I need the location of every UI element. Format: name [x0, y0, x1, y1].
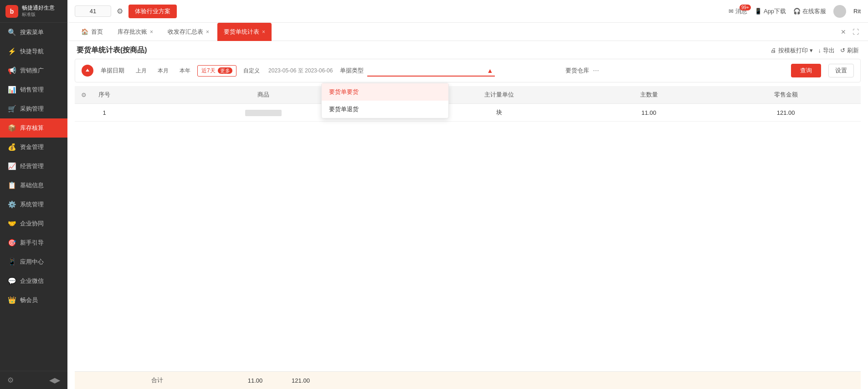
- table-row: 1 块 11.00 121.00: [75, 104, 861, 122]
- logo-icon: b: [5, 5, 18, 18]
- tab-close-inventory-batch[interactable]: ×: [150, 29, 153, 35]
- basics-icon: 📋: [7, 181, 16, 190]
- tab-close-summary[interactable]: ×: [206, 29, 209, 35]
- warehouse-label: 要货仓库: [565, 67, 589, 75]
- sidebar-item-corp-wechat[interactable]: 💬 企业微信: [0, 271, 67, 291]
- topbar-right: ✉ 消息 99+ 📱 App下载 🎧 在线客服 Rit: [729, 5, 861, 18]
- sidebar-label-inventory: 库存核算: [20, 124, 44, 132]
- topbar-left: 41 ⚙ 体验行业方案: [75, 5, 177, 18]
- filter-expand-button[interactable]: [82, 65, 93, 77]
- user-avatar: [833, 5, 846, 18]
- sidebar-label-operation: 经营管理: [20, 162, 44, 170]
- type-input-wrap: ▲: [367, 65, 495, 77]
- sidebar-label-newbie: 新手引导: [20, 239, 44, 247]
- sidebar-label-quick-nav: 快捷导航: [20, 47, 44, 56]
- sidebar-item-app-center[interactable]: 📱 应用中心: [0, 252, 67, 271]
- type-label: 单据类型: [340, 67, 364, 75]
- expand-tabs-icon[interactable]: ⛶: [851, 27, 861, 36]
- type-input[interactable]: [367, 65, 495, 77]
- sidebar-scroll: 🔍 搜索菜单 ⚡ 快捷导航 📢 营销推广 📊 销售管理 🛒 采购管理 📦 库存核…: [0, 23, 67, 371]
- settings-icon[interactable]: ⚙: [7, 376, 14, 384]
- main-content: 41 ⚙ 体验行业方案 ✉ 消息 99+ 📱 App下载 🎧 在线客服 Rit: [67, 0, 868, 389]
- member-icon: 👑: [7, 296, 16, 305]
- filter-bar: 单据日期 上月 本月 本年 近7天 更多 自定义 2023-05-06 至 20…: [75, 59, 861, 82]
- message-notif[interactable]: ✉ 消息 99+: [729, 7, 747, 15]
- sidebar-item-quick-nav[interactable]: ⚡ 快捷导航: [0, 42, 67, 61]
- dropdown-option-1[interactable]: 要货单退货: [322, 101, 448, 118]
- print-chevron-icon: ▾: [810, 47, 813, 54]
- user-name: Rit: [853, 8, 861, 15]
- app-center-icon: 📱: [7, 257, 16, 266]
- topbar-number: 41: [75, 5, 111, 17]
- trial-button[interactable]: 体验行业方案: [128, 5, 177, 18]
- tab-close-order-stats[interactable]: ×: [262, 29, 265, 35]
- export-button[interactable]: ↓ 导出: [818, 46, 835, 55]
- finance-icon: 💰: [7, 143, 16, 152]
- col-settings[interactable]: ⚙: [75, 86, 93, 104]
- online-service[interactable]: 🎧 在线客服: [793, 7, 826, 15]
- dropdown-option-0[interactable]: 要货单要货: [322, 83, 448, 101]
- footer-quantity: 11.00: [232, 377, 278, 384]
- home-icon: 🏠: [81, 28, 88, 35]
- quick-nav-icon: ⚡: [7, 47, 16, 56]
- headset-icon: 🎧: [793, 8, 801, 15]
- filter-warehouse-section: 要货仓库 ···: [565, 67, 784, 75]
- col-quantity-header: 主数量: [587, 86, 711, 104]
- sidebar-label-sales: 销售管理: [20, 86, 44, 94]
- app-download-label: App下载: [764, 7, 786, 15]
- tab-inventory-batch[interactable]: 库存批次账 ×: [111, 23, 159, 41]
- sidebar-item-member[interactable]: 👑 畅会员: [0, 291, 67, 310]
- type-chevron-icon[interactable]: ▲: [487, 67, 493, 74]
- sidebar-item-marketing[interactable]: 📢 营销推广: [0, 61, 67, 80]
- sidebar-label-basics: 基础信息: [20, 181, 44, 189]
- operation-icon: 📈: [7, 162, 16, 171]
- sidebar-item-basics[interactable]: 📋 基础信息: [0, 176, 67, 195]
- sidebar-item-sales[interactable]: 📊 销售管理: [0, 80, 67, 99]
- close-all-tabs-icon[interactable]: ✕: [839, 27, 848, 36]
- topbar-gear-icon[interactable]: ⚙: [115, 5, 125, 17]
- export-icon: ↓: [818, 47, 822, 54]
- refresh-label: 刷新: [847, 46, 859, 55]
- period-last-month[interactable]: 上月: [132, 65, 151, 77]
- period-custom[interactable]: 自定义: [239, 65, 264, 77]
- app-download[interactable]: 📱 App下载: [755, 7, 786, 15]
- sidebar-item-finance[interactable]: 💰 资金管理: [0, 138, 67, 157]
- sidebar-item-operation[interactable]: 📈 经营管理: [0, 157, 67, 176]
- query-button[interactable]: 查询: [791, 64, 821, 77]
- topbar: 41 ⚙ 体验行业方案 ✉ 消息 99+ 📱 App下载 🎧 在线客服 Rit: [67, 0, 868, 23]
- sidebar-item-enterprise[interactable]: 🤝 企业协同: [0, 214, 67, 233]
- period-this-month[interactable]: 本月: [154, 65, 173, 77]
- period-last-7days[interactable]: 近7天 更多: [197, 65, 236, 77]
- sidebar-item-newbie[interactable]: 🎯 新手引导: [0, 233, 67, 252]
- row-amount: 121.00: [711, 104, 861, 122]
- sidebar: b 畅捷通好生意 标准版 🔍 搜索菜单 ⚡ 快捷导航 📢 营销推广 📊 销售管理…: [0, 0, 67, 389]
- app-name: 畅捷通好生意: [22, 5, 55, 12]
- tab-summary-label: 收发存汇总表: [168, 28, 203, 36]
- sidebar-item-search[interactable]: 🔍 搜索菜单: [0, 23, 67, 42]
- col-num-header: 序号: [93, 86, 116, 104]
- date-range: 2023-05-06 至 2023-06-06: [268, 67, 333, 75]
- sidebar-label-enterprise: 企业协同: [20, 220, 44, 228]
- inventory-icon: 📦: [7, 123, 16, 133]
- filter-settings-button[interactable]: 设置: [828, 64, 854, 77]
- refresh-button[interactable]: ↺ 刷新: [840, 46, 859, 55]
- period-this-year[interactable]: 本年: [175, 65, 195, 77]
- sidebar-label-marketing: 营销推广: [20, 67, 44, 75]
- print-button[interactable]: 🖨 按模板打印 ▾: [770, 46, 813, 55]
- warehouse-more-icon[interactable]: ···: [593, 67, 599, 75]
- newbie-icon: 🎯: [7, 238, 16, 247]
- sidebar-item-inventory[interactable]: 📦 库存核算: [0, 118, 67, 138]
- tab-home[interactable]: 🏠 首页: [75, 23, 109, 41]
- sidebar-item-system[interactable]: ⚙️ 系统管理: [0, 195, 67, 214]
- corp-wechat-icon: 💬: [7, 276, 16, 286]
- sidebar-item-purchase[interactable]: 🛒 采购管理: [0, 99, 67, 118]
- tab-summary[interactable]: 收发存汇总表 ×: [161, 23, 216, 41]
- tab-order-stats[interactable]: 要货单统计表 ×: [217, 23, 272, 41]
- period-badge: 更多: [218, 67, 232, 74]
- marketing-icon: 📢: [7, 66, 16, 75]
- sidebar-label-app-center: 应用中心: [20, 258, 44, 266]
- footer-amount: 121.00: [278, 377, 324, 384]
- sidebar-collapse-icon[interactable]: ◀▶: [49, 376, 60, 384]
- col-amount-header: 零售金额: [711, 86, 861, 104]
- row-num: 1: [93, 104, 116, 122]
